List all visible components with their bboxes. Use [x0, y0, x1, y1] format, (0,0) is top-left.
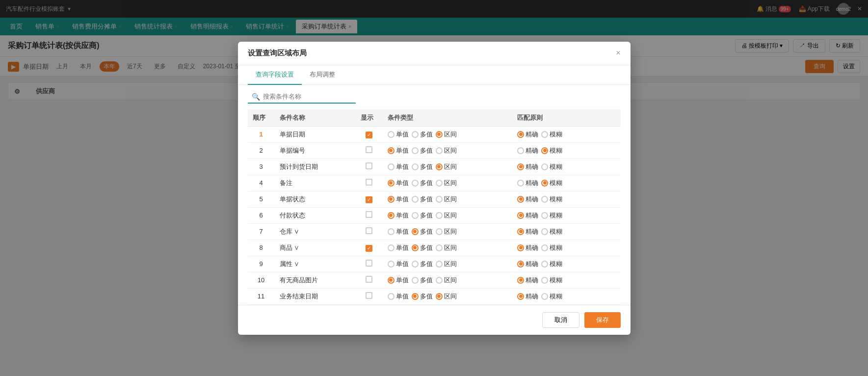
settings-modal: 设置查询区域布局 × 查询字段设置 布局调整 🔍 顺序	[238, 42, 631, 107]
modal-header: 设置查询区域布局 ×	[238, 42, 631, 65]
modal-title: 设置查询区域布局	[248, 49, 307, 58]
modal-overlay: 设置查询区域布局 × 查询字段设置 布局调整 🔍 顺序	[0, 0, 868, 106]
modal-tab-query-fields[interactable]: 查询字段设置	[248, 65, 302, 85]
search-input[interactable]	[263, 93, 351, 100]
modal-tab-layout[interactable]: 布局调整	[302, 65, 343, 85]
search-input-wrap: 🔍	[248, 91, 356, 104]
modal-close-btn[interactable]: ×	[616, 49, 620, 57]
modal-search-area: 🔍	[238, 85, 631, 107]
search-icon: 🔍	[252, 93, 260, 101]
modal-tabs: 查询字段设置 布局调整	[238, 65, 631, 85]
